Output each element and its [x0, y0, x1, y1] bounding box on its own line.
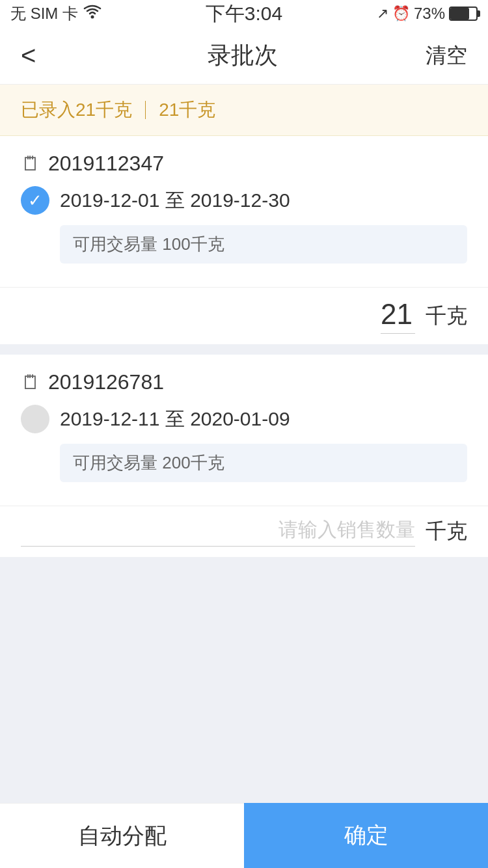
nav-bar: < 录批次 清空 [0, 27, 488, 85]
status-bar-left: 无 SIM 卡 [10, 3, 102, 24]
quantity-underline-2: 请输入销售数量 [21, 517, 415, 547]
banner-divider [145, 101, 146, 119]
status-bar-right: ↗ ⏰ 73% [377, 5, 478, 23]
back-button[interactable]: < [21, 41, 60, 70]
wifi-icon [83, 5, 102, 23]
batch-id-1: 2019112347 [48, 152, 164, 176]
quantity-value-1: 21 [381, 298, 413, 331]
status-bar: 无 SIM 卡 下午3:04 ↗ ⏰ 73% [0, 0, 488, 27]
quantity-unit-1: 千克 [426, 302, 467, 331]
radio-selected-1[interactable]: ✓ [21, 186, 49, 215]
check-mark-1: ✓ [28, 191, 42, 211]
available-tag-1: 可用交易量 100千克 [60, 225, 467, 264]
quantity-placeholder-2: 请输入销售数量 [278, 517, 415, 543]
batch-doc-icon-2: 🗒 [21, 372, 40, 394]
batch-card-1: 🗒 2019112347 ✓ 2019-12-01 至 2019-12-30 可… [0, 136, 488, 287]
batch-doc-icon-1: 🗒 [21, 153, 40, 175]
total-quantity: 21千克 [159, 98, 215, 122]
status-bar-time: 下午3:04 [206, 1, 282, 27]
quantity-underline-1: 21 [381, 298, 415, 334]
batch-card-2: 🗒 2019126781 2019-12-11 至 2020-01-09 可用交… [0, 355, 488, 506]
radio-unselected-2[interactable] [21, 405, 49, 433]
info-banner: 已录入21千克 21千克 [0, 85, 488, 136]
available-tag-2: 可用交易量 200千克 [60, 444, 467, 482]
quantity-row-2[interactable]: 请输入销售数量 千克 [0, 506, 488, 557]
clear-button[interactable]: 清空 [426, 42, 467, 70]
quantity-unit-2: 千克 [426, 517, 467, 546]
batch-header-2: 🗒 2019126781 [21, 370, 467, 394]
recorded-quantity: 已录入21千克 [21, 98, 132, 122]
batch-row-1[interactable]: ✓ 2019-12-01 至 2019-12-30 [21, 186, 467, 215]
svg-point-0 [91, 16, 94, 19]
quantity-row-1: 21 千克 [0, 287, 488, 344]
page-title: 录批次 [208, 40, 278, 72]
location-icon: ↗ [377, 5, 388, 22]
batch-date-1: 2019-12-01 至 2019-12-30 [60, 187, 290, 214]
auto-distribute-button[interactable]: 自动分配 [0, 803, 244, 868]
batch-date-2: 2019-12-11 至 2020-01-09 [60, 406, 290, 433]
confirm-button[interactable]: 确定 [244, 803, 488, 868]
batch-row-2[interactable]: 2019-12-11 至 2020-01-09 [21, 405, 467, 433]
bottom-bar: 自动分配 确定 [0, 803, 488, 868]
batch-id-2: 2019126781 [48, 370, 164, 394]
battery-percent: 73% [414, 5, 445, 23]
carrier-text: 无 SIM 卡 [10, 3, 78, 24]
alarm-icon: ⏰ [392, 5, 410, 22]
batch-header-1: 🗒 2019112347 [21, 152, 467, 176]
battery-icon [449, 7, 478, 21]
card-divider [0, 344, 488, 355]
